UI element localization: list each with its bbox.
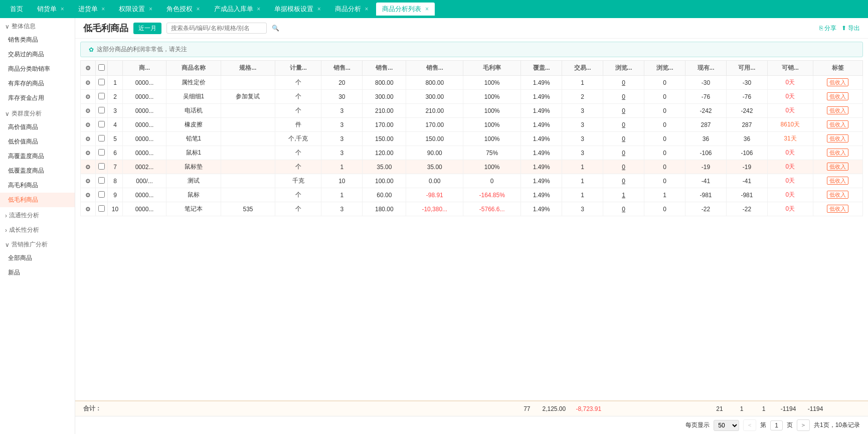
col-coverage[interactable]: 覆盖... <box>521 61 562 76</box>
row-settings[interactable]: ⚙ <box>81 76 96 90</box>
sidebar-item-category-rate[interactable]: 商品分类助销率 <box>0 62 75 76</box>
search-input[interactable] <box>166 23 267 34</box>
sidebar-item-high-margin[interactable]: 高毛利商品 <box>0 178 75 193</box>
nav-product-in[interactable]: 产成品入库单 × <box>208 3 267 16</box>
sidebar-group-growth[interactable]: › 成长性分析 <box>0 222 75 236</box>
row-settings[interactable]: ⚙ <box>81 188 96 202</box>
nav-template[interactable]: 单据模板设置 × <box>268 3 327 16</box>
row-checkbox[interactable] <box>96 188 108 202</box>
col-margin[interactable]: 毛利率 <box>463 61 521 76</box>
nav-product-analysis[interactable]: 商品分析 × <box>329 3 375 16</box>
nav-sales[interactable]: 销货单 × <box>31 3 70 16</box>
row-settings[interactable]: ⚙ <box>81 160 96 174</box>
row-view1[interactable]: 0 <box>603 76 644 90</box>
row-select-checkbox[interactable] <box>98 93 105 99</box>
nav-home[interactable]: 首页 <box>4 3 29 16</box>
col-saleable[interactable]: 可销... <box>767 61 813 76</box>
sidebar-item-all-products[interactable]: 全部商品 <box>0 251 75 265</box>
row-checkbox[interactable] <box>96 132 108 146</box>
share-button[interactable]: ⎘ 分享 <box>819 24 836 33</box>
nav-permission[interactable]: 权限设置 × <box>113 3 158 16</box>
row-view1[interactable]: 0 <box>603 104 644 118</box>
sidebar-item-low-margin[interactable]: 低毛利商品 <box>0 193 75 207</box>
row-select-checkbox[interactable] <box>98 163 105 170</box>
close-icon[interactable]: × <box>197 6 200 13</box>
sidebar-group-overall[interactable]: ∨ 整体信息 <box>0 18 75 33</box>
row-checkbox[interactable] <box>96 202 108 216</box>
close-icon[interactable]: × <box>61 6 64 13</box>
close-icon[interactable]: × <box>365 6 368 13</box>
next-page-button[interactable]: ＞ <box>797 419 810 431</box>
nav-role[interactable]: 角色授权 × <box>160 3 206 16</box>
sidebar-group-marketing[interactable]: ∨ 营销推广分析 <box>0 236 75 251</box>
col-available[interactable]: 可用... <box>726 61 767 76</box>
row-select-checkbox[interactable] <box>98 205 105 212</box>
row-select-checkbox[interactable] <box>98 191 105 198</box>
sidebar-group-cluster[interactable]: ∨ 类群度分析 <box>0 105 75 120</box>
select-all-checkbox[interactable] <box>98 64 105 71</box>
export-button[interactable]: ⬆ 导出 <box>841 24 860 33</box>
col-trade[interactable]: 交易... <box>562 61 603 76</box>
sidebar-item-capital[interactable]: 库存资金占用 <box>0 91 75 105</box>
nav-purchase[interactable]: 进货单 × <box>72 3 111 16</box>
sidebar-group-circulation[interactable]: › 流通性分析 <box>0 207 75 222</box>
col-view1[interactable]: 浏览... <box>603 61 644 76</box>
col-sales2[interactable]: 销售... <box>363 61 406 76</box>
sidebar-item-sales-products[interactable]: 销售类商品 <box>0 33 75 47</box>
search-icon[interactable]: 🔍 <box>272 25 279 32</box>
col-code[interactable]: 商... <box>123 61 166 76</box>
row-checkbox[interactable] <box>96 90 108 104</box>
row-select-checkbox[interactable] <box>98 121 105 127</box>
row-select-checkbox[interactable] <box>98 149 105 156</box>
sidebar-item-traded[interactable]: 交易过的商品 <box>0 47 75 62</box>
close-icon[interactable]: × <box>257 6 260 13</box>
sidebar-item-high-coverage[interactable]: 高覆盖度商品 <box>0 149 75 164</box>
page-size-select[interactable]: 50 20 100 <box>714 420 739 431</box>
col-check[interactable] <box>96 61 108 76</box>
row-settings[interactable]: ⚙ <box>81 146 96 160</box>
row-settings[interactable]: ⚙ <box>81 202 96 216</box>
sidebar-item-low-value[interactable]: 低价值商品 <box>0 134 75 149</box>
row-settings[interactable]: ⚙ <box>81 118 96 132</box>
row-select-checkbox[interactable] <box>98 135 105 141</box>
row-view1[interactable]: 0 <box>603 90 644 104</box>
row-checkbox[interactable] <box>96 160 108 174</box>
row-checkbox[interactable] <box>96 118 108 132</box>
col-spec[interactable]: 规格... <box>221 61 275 76</box>
row-view1[interactable]: 0 <box>603 202 644 216</box>
col-current[interactable]: 现有... <box>685 61 727 76</box>
row-view1[interactable]: 0 <box>603 160 644 174</box>
row-select-checkbox[interactable] <box>98 177 105 184</box>
sidebar-item-high-value[interactable]: 高价值商品 <box>0 120 75 134</box>
row-settings[interactable]: ⚙ <box>81 174 96 188</box>
col-settings[interactable]: ⚙ <box>81 61 96 76</box>
close-icon[interactable]: × <box>149 6 152 13</box>
row-view1[interactable]: 0 <box>603 132 644 146</box>
sidebar-item-low-coverage[interactable]: 低覆盖度商品 <box>0 164 75 178</box>
row-settings[interactable]: ⚙ <box>81 90 96 104</box>
row-view1[interactable]: 1 <box>603 188 644 202</box>
row-view1[interactable]: 0 <box>603 174 644 188</box>
close-icon[interactable]: × <box>101 6 105 13</box>
row-settings[interactable]: ⚙ <box>81 104 96 118</box>
col-view2[interactable]: 浏览... <box>644 61 685 76</box>
nav-analysis-list[interactable]: 商品分析列表 × <box>376 3 435 16</box>
sidebar-item-in-stock[interactable]: 有库存的商品 <box>0 76 75 91</box>
sidebar-item-new-products[interactable]: 新品 <box>0 265 75 280</box>
col-tag[interactable]: 标签 <box>813 61 862 76</box>
col-sales3[interactable]: 销售... <box>406 61 463 76</box>
col-unit[interactable]: 计量... <box>275 61 321 76</box>
row-select-checkbox[interactable] <box>98 79 105 85</box>
row-checkbox[interactable] <box>96 146 108 160</box>
row-view1[interactable]: 0 <box>603 146 644 160</box>
prev-page-button[interactable]: ＜ <box>743 419 756 431</box>
period-button[interactable]: 近一月 <box>133 23 161 34</box>
col-name[interactable]: 商品名称 <box>166 61 221 76</box>
col-sales1[interactable]: 销售... <box>321 61 363 76</box>
row-checkbox[interactable] <box>96 76 108 90</box>
close-icon[interactable]: × <box>425 6 429 13</box>
row-checkbox[interactable] <box>96 104 108 118</box>
close-icon[interactable]: × <box>317 6 321 13</box>
row-view1[interactable]: 0 <box>603 118 644 132</box>
row-select-checkbox[interactable] <box>98 107 105 113</box>
